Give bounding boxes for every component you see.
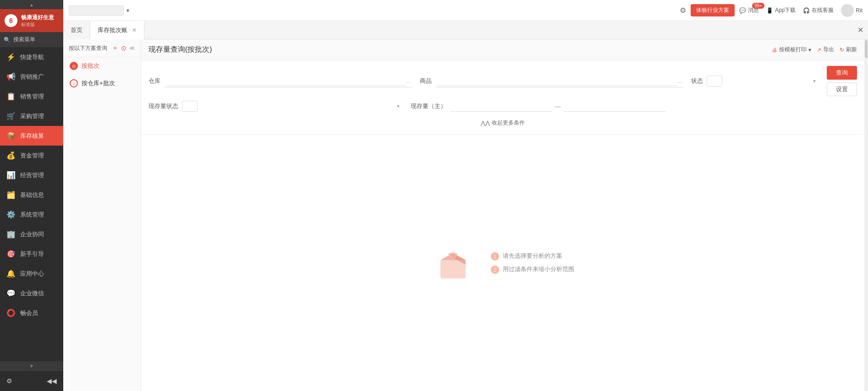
print-dropdown-icon[interactable]: ▾ (808, 47, 811, 53)
right-scrollbar[interactable] (864, 39, 868, 391)
left-panel-icons: ＋ ⊙ ≪ (112, 44, 135, 52)
add-plan-icon[interactable]: ＋ (112, 44, 118, 52)
stock-status-label: 现存量状态 (148, 102, 178, 110)
stock-qty-min-input[interactable] (450, 101, 552, 112)
plan-item-by-batch[interactable]: ⊙ 按批次 (63, 57, 141, 75)
sidebar-item-label: 企业协同 (20, 230, 44, 239)
stock-qty-field: 现存量（主） — (411, 101, 665, 112)
sidebar-item-finance[interactable]: 💰 资金管理 (0, 146, 63, 165)
topbar-right: 💬 消息 99+ 📱 App下载 🎧 在线客服 Rit (739, 4, 863, 17)
status-select[interactable] (707, 76, 722, 87)
breadcrumb-input[interactable] (69, 5, 124, 16)
plan-by-warehouse-batch-label: 按仓库+批次 (82, 79, 115, 87)
sidebar-item-marketing[interactable]: 📢 营销推广 (0, 67, 63, 87)
sidebar-item-system[interactable]: ⚙️ 系统管理 (0, 205, 63, 224)
sidebar-item-operation[interactable]: 📊 经营管理 (0, 165, 63, 185)
sidebar-collapse-btn[interactable]: ◀◀ (45, 375, 59, 386)
panel-close-btn[interactable]: ✕ (857, 26, 863, 34)
tip-num-1: 1 (491, 252, 499, 261)
filter-area: 仓库 ... 商品 ... 状态 (141, 60, 864, 135)
stock-qty-max-input[interactable] (564, 101, 666, 112)
sidebar-item-sales[interactable]: 📋 销售管理 (0, 87, 63, 106)
online-service-item[interactable]: 🎧 在线客服 (803, 6, 834, 14)
scrollbar-thumb[interactable] (865, 40, 868, 58)
system-icon: ⚙️ (6, 210, 16, 219)
sidebar-search[interactable]: 🔍 搜索菜单 (0, 32, 63, 47)
sidebar-item-quick-nav[interactable]: ⚡ 快捷导航 (0, 47, 63, 67)
sidebar-item-corp[interactable]: 🏢 企业协同 (0, 224, 63, 244)
topbar-dropdown-icon[interactable]: ▾ (126, 7, 129, 14)
plan-by-batch-label: 按批次 (82, 62, 99, 70)
user-item[interactable]: Rit (841, 4, 863, 17)
tab-home[interactable]: 首页 (63, 21, 90, 39)
plan-item-by-warehouse-batch[interactable]: ○ 按仓库+批次 (63, 75, 141, 92)
settings-plan-icon[interactable]: ⊙ (121, 44, 126, 52)
sidebar-bottom: ⚙ ◀◀ (0, 370, 63, 391)
page-header: 现存量查询(按批次) 🖨 按模板打印 ▾ ↗ 导出 ↻ 刷新 (141, 39, 864, 60)
topbar-gear-icon[interactable]: ⚙ (680, 6, 686, 15)
newbie-icon: 🎯 (6, 250, 16, 258)
sidebar-settings-btn[interactable]: ⚙ (5, 375, 14, 386)
stock-status-field: 现存量状态 (148, 101, 403, 112)
basic-icon: 🗂️ (6, 190, 16, 199)
print-btn[interactable]: 🖨 按模板打印 ▾ (772, 46, 811, 54)
collapse-more-btn[interactable]: ⋀⋀ 收起更多条件 (148, 116, 857, 129)
empty-svg (431, 239, 477, 285)
warehouse-dots[interactable]: ... (406, 78, 411, 84)
sidebar-item-label: 资金管理 (20, 152, 44, 160)
goods-input[interactable] (437, 76, 677, 86)
export-btn[interactable]: ↗ 导出 (817, 46, 834, 54)
collapse-panel-icon[interactable]: ≪ (129, 45, 135, 51)
sidebar-item-label: 采购管理 (20, 112, 44, 120)
sidebar-item-purchase[interactable]: 🛒 采购管理 (0, 106, 63, 126)
tab-batch-account[interactable]: 库存批次账 ✕ (90, 21, 144, 39)
trial-button[interactable]: 体验行业方案 (691, 4, 735, 16)
print-label: 按模板打印 (779, 46, 807, 54)
sidebar-item-label: 经营管理 (20, 171, 44, 179)
plan-inactive-icon: ○ (70, 79, 78, 87)
tabbar: 首页 库存批次账 ✕ ✕ (63, 21, 868, 39)
main-area: ▾ ⚙ 体验行业方案 💬 消息 99+ 📱 App下载 🎧 在线客服 Rit (63, 0, 868, 391)
stock-status-select[interactable] (182, 101, 198, 112)
app-download-label: App下载 (775, 6, 796, 14)
goods-dots[interactable]: ... (677, 78, 682, 84)
tab-home-label: 首页 (71, 26, 82, 34)
empty-illustration (431, 239, 477, 287)
svg-point-5 (451, 254, 452, 255)
warehouse-field: 仓库 ... (148, 75, 412, 87)
apps-icon: 🔔 (6, 269, 16, 278)
svg-point-6 (454, 254, 455, 255)
page-title: 现存量查询(按批次) (148, 45, 772, 54)
sidebar-item-basic[interactable]: 🗂️ 基础信息 (0, 185, 63, 205)
app-download-item[interactable]: 📱 App下载 (766, 6, 796, 14)
sidebar-item-label: 系统管理 (20, 211, 44, 219)
tip-item-2: 2 用过滤条件来缩小分析范围 (491, 265, 574, 274)
refresh-icon: ↻ (840, 47, 844, 53)
avatar (841, 4, 854, 17)
sidebar-scroll-down[interactable]: ▼ (0, 361, 63, 370)
quick-nav-icon: ⚡ (6, 53, 16, 61)
sidebar-item-apps[interactable]: 🔔 应用中心 (0, 264, 63, 283)
service-icon: 🎧 (803, 7, 810, 14)
search-icon: 🔍 (4, 37, 11, 43)
weixin-icon: 💬 (6, 289, 16, 298)
left-panel-title: 按以下方案查询 (69, 44, 109, 52)
warehouse-label: 仓库 (148, 77, 160, 85)
messages-item[interactable]: 💬 消息 99+ (739, 6, 759, 14)
sidebar-item-weixin[interactable]: 💬 企业微信 (0, 283, 63, 303)
stock-qty-dash: — (555, 103, 561, 110)
sidebar-item-newbie[interactable]: 🎯 新手引导 (0, 244, 63, 264)
sidebar-item-inventory[interactable]: 📦 库存核算 (0, 126, 63, 146)
sidebar-item-label: 销售管理 (20, 92, 44, 101)
sidebar-scroll-up[interactable]: ▲ (0, 0, 63, 9)
sidebar-item-label: 新手引导 (20, 250, 44, 258)
refresh-btn[interactable]: ↻ 刷新 (840, 46, 857, 54)
settings-button[interactable]: 设置 (827, 82, 857, 96)
empty-state-inner: 1 请先选择要分析的方案 2 用过滤条件来缩小分析范围 (431, 239, 574, 287)
sidebar-logo: 6 (5, 14, 17, 27)
tab-close-icon[interactable]: ✕ (132, 27, 137, 33)
sidebar-item-vip[interactable]: ⭕ 畅会员 (0, 303, 63, 323)
query-button[interactable]: 查询 (827, 66, 857, 80)
vip-icon: ⭕ (6, 309, 16, 317)
warehouse-input[interactable] (166, 76, 406, 86)
